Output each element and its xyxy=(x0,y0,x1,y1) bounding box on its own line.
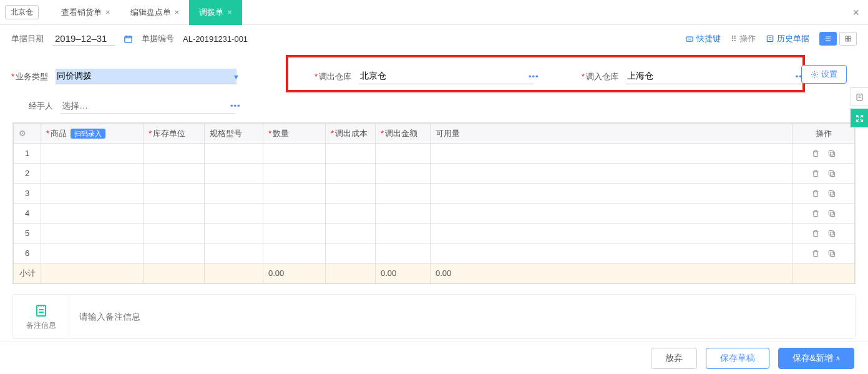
subtotal-qty: 0.00 xyxy=(263,263,326,283)
settings-button[interactable]: 设置 xyxy=(801,65,847,84)
tab-bar: 北京仓 查看销货单 × 编辑盘点单 × 调拨单 × × xyxy=(0,0,868,25)
remark-label: 备注信息 xyxy=(26,320,56,331)
rail-note-icon[interactable] xyxy=(851,87,868,106)
table-row[interactable]: 1 xyxy=(14,144,855,164)
save-new-button[interactable]: 保存&新增∧ xyxy=(778,348,854,369)
delete-icon[interactable] xyxy=(811,229,820,238)
table-header-row: ⚙ *商品扫码录入 *库存单位 规格型号 *数量 *调出成本 *调出金额 可用量… xyxy=(14,124,855,144)
save-draft-button[interactable]: 保存草稿 xyxy=(706,348,769,369)
docno-label: 单据编号 xyxy=(142,33,174,44)
copy-icon[interactable] xyxy=(827,229,836,238)
date-input[interactable]: 2019–12–31 xyxy=(52,32,115,46)
delete-icon[interactable] xyxy=(811,249,820,258)
settings-label: 设置 xyxy=(821,69,837,80)
tab-label: 调拨单 xyxy=(199,7,223,18)
svg-rect-14 xyxy=(829,190,833,195)
svg-rect-18 xyxy=(829,230,833,235)
in-wh-label: 调入仓库 xyxy=(586,72,618,81)
copy-icon[interactable] xyxy=(827,149,836,158)
biz-type-field: *业务类型 ▼ xyxy=(11,69,240,84)
tab-transfer[interactable]: 调拨单 × xyxy=(189,0,242,25)
svg-point-7 xyxy=(814,73,816,75)
copy-icon[interactable] xyxy=(827,209,836,218)
table-row[interactable]: 6 xyxy=(14,244,855,263)
svg-rect-16 xyxy=(829,210,833,215)
svg-rect-6 xyxy=(849,39,851,42)
table-row[interactable]: 5 xyxy=(14,224,855,244)
history-label: 历史单据 xyxy=(777,33,809,44)
rail-expand-icon[interactable] xyxy=(851,109,868,127)
svg-rect-3 xyxy=(846,36,848,39)
biz-type-select[interactable] xyxy=(56,69,237,84)
window-close-icon[interactable]: × xyxy=(852,6,859,19)
location-tag[interactable]: 北京仓 xyxy=(5,5,39,19)
delete-icon[interactable] xyxy=(811,209,820,218)
tab-sales-view[interactable]: 查看销货单 × xyxy=(51,0,120,25)
grid-icon: ⠿ xyxy=(731,34,737,44)
svg-rect-20 xyxy=(829,250,833,255)
svg-rect-21 xyxy=(37,305,46,316)
delete-icon[interactable] xyxy=(811,169,820,178)
copy-icon[interactable] xyxy=(827,249,836,258)
col-unit: 库存单位 xyxy=(153,129,185,138)
discard-button[interactable]: 放弃 xyxy=(651,348,697,369)
handler-input[interactable] xyxy=(61,98,235,114)
operate-link[interactable]: ⠿ 操作 xyxy=(731,33,756,44)
col-ops: 操作 xyxy=(816,129,832,138)
more-icon[interactable]: ••• xyxy=(230,101,241,111)
chevron-down-icon[interactable]: ▼ xyxy=(233,73,240,81)
copy-icon[interactable] xyxy=(827,189,836,198)
view-list-button[interactable] xyxy=(819,32,837,46)
view-grid-button[interactable] xyxy=(839,32,857,46)
discard-label: 放弃 xyxy=(665,353,683,364)
save-draft-label: 保存草稿 xyxy=(720,353,755,364)
col-product: 商品 xyxy=(51,129,67,138)
out-wh-label: 调出仓库 xyxy=(319,72,351,81)
close-icon[interactable]: × xyxy=(105,7,110,17)
svg-rect-17 xyxy=(830,232,834,236)
tab-inventory-edit[interactable]: 编辑盘点单 × xyxy=(120,0,190,25)
col-qty: 数量 xyxy=(273,129,289,138)
gear-icon[interactable]: ⚙ xyxy=(19,129,26,138)
delete-icon[interactable] xyxy=(811,149,820,158)
close-icon[interactable]: × xyxy=(227,7,232,17)
table-row[interactable]: 4 xyxy=(14,204,855,224)
in-wh-input[interactable] xyxy=(626,69,801,84)
calendar-icon[interactable] xyxy=(124,34,133,44)
svg-rect-9 xyxy=(830,152,834,156)
shortcut-link[interactable]: 快捷键 xyxy=(685,33,721,44)
subtotal-label: 小计 xyxy=(14,263,41,283)
date-label: 单据日期 xyxy=(11,33,44,44)
remark-input[interactable] xyxy=(69,295,855,338)
scan-badge[interactable]: 扫码录入 xyxy=(71,129,105,139)
out-wh-input[interactable] xyxy=(359,69,534,84)
subtotal-row: 小计 0.00 0.00 0.00 xyxy=(14,263,855,283)
svg-rect-15 xyxy=(830,212,834,216)
out-warehouse-field: *调出仓库 ••• xyxy=(315,69,539,84)
svg-rect-12 xyxy=(829,170,833,175)
operate-label: 操作 xyxy=(739,33,756,44)
save-new-label: 保存&新增 xyxy=(792,353,833,364)
chevron-up-icon: ∧ xyxy=(836,355,840,362)
docno-value: AL-20191231-001 xyxy=(183,34,248,44)
svg-rect-13 xyxy=(830,192,834,196)
row-index: 2 xyxy=(14,164,41,184)
close-icon[interactable]: × xyxy=(175,7,180,17)
table-row[interactable]: 2 xyxy=(14,164,855,184)
delete-icon[interactable] xyxy=(811,189,820,198)
doc-header: 单据日期 2019–12–31 单据编号 AL-20191231-001 快捷键… xyxy=(0,25,868,52)
note-icon xyxy=(34,303,49,318)
view-toggle-group xyxy=(819,32,857,46)
col-out-amt: 调出金额 xyxy=(385,129,417,138)
more-icon[interactable]: ••• xyxy=(529,72,539,81)
row-index: 6 xyxy=(14,244,41,263)
history-link[interactable]: 历史单据 xyxy=(766,33,809,44)
table-row[interactable]: 3 xyxy=(14,184,855,204)
handler-label: 经手人 xyxy=(29,101,53,112)
svg-rect-10 xyxy=(829,150,833,155)
col-avail: 可用量 xyxy=(436,129,460,138)
row-index: 3 xyxy=(14,184,41,204)
in-warehouse-field: *调入仓库 ••• xyxy=(582,69,806,84)
side-rail xyxy=(851,87,868,127)
copy-icon[interactable] xyxy=(827,169,836,178)
